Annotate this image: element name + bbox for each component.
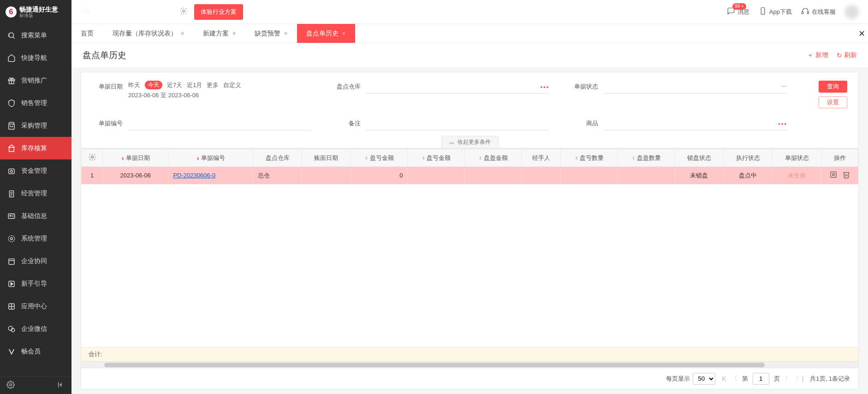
column-header-1[interactable]: ▲▼单据日期: [103, 149, 168, 167]
add-button[interactable]: ＋ 新增: [807, 51, 828, 59]
sidebar-item-3[interactable]: 销售管理: [0, 92, 71, 114]
settings-icon[interactable]: [6, 381, 15, 390]
gear-icon[interactable]: [179, 7, 188, 17]
tab-1[interactable]: 现存量（库存状况表）×: [103, 24, 194, 43]
status-select[interactable]: ﹀: [604, 81, 787, 94]
column-header-4[interactable]: 账面日期: [302, 149, 351, 167]
column-header-3[interactable]: 盘点仓库: [253, 149, 302, 167]
sidebar-item-10[interactable]: 企业协同: [0, 250, 71, 272]
sort-icon[interactable]: ▲▼: [479, 156, 482, 160]
column-header-7[interactable]: ▲▼盘盈金额: [464, 149, 522, 167]
next-page-button[interactable]: 〉: [785, 375, 791, 383]
sidebar-item-1[interactable]: 快捷导航: [0, 47, 71, 69]
online-service-button[interactable]: 在线客服: [801, 7, 836, 17]
table-row[interactable]: 12023-06-06PD-20230606-0总仓0未锁盘盘点中未生效: [82, 167, 858, 184]
code-input[interactable]: [128, 118, 312, 130]
avatar[interactable]: [845, 5, 859, 19]
sort-icon[interactable]: ▲▼: [575, 156, 578, 160]
horizontal-scrollbar[interactable]: [81, 362, 859, 368]
date-preset-2[interactable]: 近7天: [167, 81, 182, 89]
collapse-sidebar-icon[interactable]: [57, 381, 65, 390]
column-header-5[interactable]: ▲▼盈亏金额: [351, 149, 408, 167]
sort-icon[interactable]: ▲▼: [632, 156, 636, 160]
tab-close-icon[interactable]: ×: [181, 30, 184, 37]
grid-icon: [7, 302, 16, 311]
sidebar-item-2[interactable]: 营销推广: [0, 69, 71, 92]
sidebar-item-6[interactable]: 资金管理: [0, 159, 71, 182]
date-range-text: 2023-06-06 至 2023-06-06: [128, 91, 312, 100]
sort-icon[interactable]: ▲▼: [365, 156, 369, 160]
gear-icon[interactable]: [88, 156, 96, 163]
sidebar-item-8[interactable]: 基础信息: [0, 205, 71, 227]
column-header-12[interactable]: 执行状态: [724, 149, 773, 167]
date-preset-1[interactable]: 今天: [145, 81, 162, 89]
view-icon[interactable]: [829, 171, 838, 180]
svg-point-17: [10, 215, 11, 216]
date-preset-3[interactable]: 近1月: [187, 81, 202, 89]
pagination-summary: 共1页, 1条记录: [810, 375, 850, 383]
last-page-button[interactable]: 〉|: [796, 375, 804, 383]
sidebar-item-5[interactable]: 库存核算: [0, 137, 71, 159]
sort-icon[interactable]: ▲▼: [196, 156, 200, 160]
filter-remark-label: 备注: [330, 118, 361, 130]
doc-link[interactable]: PD-20230606-0: [173, 172, 215, 179]
first-page-button[interactable]: K: [722, 375, 726, 382]
online-service-label: 在线客服: [812, 8, 836, 16]
app-download-button[interactable]: App下载: [759, 7, 792, 17]
tab-4[interactable]: 盘点单历史×: [297, 24, 355, 43]
sidebar-item-9[interactable]: 系统管理: [0, 227, 71, 250]
phone-icon: [759, 7, 767, 17]
remark-input[interactable]: [366, 118, 550, 130]
app-download-label: App下载: [769, 8, 792, 16]
sidebar-item-7[interactable]: 经营管理: [0, 182, 71, 205]
sort-icon[interactable]: ▲▼: [121, 156, 125, 160]
prev-page-button[interactable]: 〈: [731, 375, 737, 383]
chevron-down-icon: ﹀: [781, 83, 787, 91]
tab-0[interactable]: 首页: [71, 24, 103, 43]
collapse-filters-button[interactable]: ︽ 收起更多条件: [441, 136, 499, 148]
refresh-button[interactable]: ↻ 刷新: [837, 51, 857, 59]
column-header-9[interactable]: ▲▼盘亏数量: [561, 149, 618, 167]
org-selector[interactable]: ﹀: [81, 8, 173, 16]
column-header-2[interactable]: ▲▼单据编号: [168, 149, 253, 167]
sidebar-item-12[interactable]: 应用中心: [0, 295, 71, 318]
column-header-0[interactable]: [82, 149, 103, 167]
tab-close-icon[interactable]: ×: [284, 30, 287, 37]
per-page-select[interactable]: 50: [693, 373, 715, 385]
svg-rect-32: [58, 382, 59, 388]
tab-3[interactable]: 缺货预警×: [245, 24, 297, 43]
experience-button[interactable]: 体验行业方案: [194, 4, 243, 20]
sidebar-item-14[interactable]: 畅会员: [0, 340, 71, 363]
sidebar-item-13[interactable]: 企业微信: [0, 318, 71, 340]
warehouse-input[interactable]: •••: [366, 81, 550, 94]
query-button[interactable]: 查询: [819, 81, 847, 93]
sidebar-item-0[interactable]: 搜索菜单: [0, 24, 71, 47]
column-header-6[interactable]: ▲▼盘亏金额: [408, 149, 465, 167]
sidebar-item-11[interactable]: 新手引导: [0, 272, 71, 295]
filter-date: 单据日期 昨天今天近7天近1月更多自定义 2023-06-06 至 2023-0…: [92, 81, 312, 100]
date-preset-4[interactable]: 更多: [207, 81, 219, 89]
date-preset-0[interactable]: 昨天: [128, 81, 140, 89]
date-preset-5[interactable]: 自定义: [223, 81, 241, 89]
messages-button[interactable]: 99 + 消息: [727, 7, 749, 17]
sidebar-item-label: 采购管理: [21, 122, 47, 130]
delete-icon[interactable]: [842, 171, 850, 180]
column-header-11[interactable]: 锁盘状态: [675, 149, 724, 167]
close-all-tabs-icon[interactable]: ✕: [858, 29, 865, 39]
column-header-14[interactable]: 操作: [821, 149, 858, 167]
sort-icon[interactable]: ▲▼: [422, 156, 425, 160]
column-header-10[interactable]: ▲▼盘盈数量: [618, 149, 675, 167]
tab-close-icon[interactable]: ×: [232, 30, 236, 37]
more-dots-icon[interactable]: •••: [778, 120, 787, 127]
filter-product-label: 商品: [568, 118, 598, 130]
svg-rect-36: [802, 12, 803, 14]
column-header-8[interactable]: 经手人: [522, 149, 561, 167]
column-header-13[interactable]: 单据状态: [773, 149, 821, 167]
sidebar-item-4[interactable]: 采购管理: [0, 114, 71, 137]
page-input[interactable]: [753, 373, 769, 385]
tab-2[interactable]: 新建方案×: [194, 24, 245, 43]
filter-settings-button[interactable]: 设置: [819, 96, 847, 108]
more-dots-icon[interactable]: •••: [541, 83, 550, 90]
tab-close-icon[interactable]: ×: [342, 30, 345, 37]
product-input[interactable]: •••: [604, 118, 787, 130]
